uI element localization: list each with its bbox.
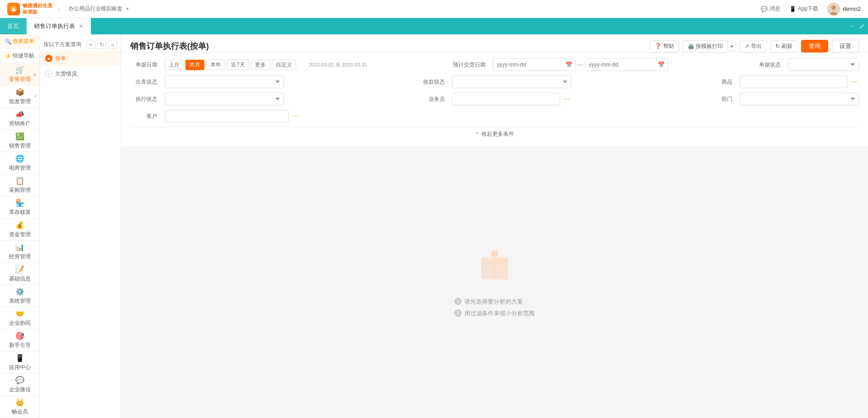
sidebar-item-marketing[interactable]: 📣 营销推广 (0, 108, 39, 129)
membership-icon: 👑 (15, 398, 24, 407)
message-action[interactable]: 💬 消息 (761, 5, 780, 13)
sidebar-item-finance[interactable]: 💰 资金管理 (0, 218, 39, 240)
tip-2-num: 2 (454, 309, 462, 317)
avatar (827, 3, 840, 15)
sidebar-item-enterprise[interactable]: 🤝 企业协同 (0, 307, 39, 329)
delivery-status-select[interactable] (165, 76, 284, 88)
svg-point-3 (831, 5, 836, 10)
sidebar-item-appstore[interactable]: 📱 应用中心 (0, 352, 39, 373)
inner-content: 按以下方案查询 + ↻ « ● 按单 ○ 欠货情况 (40, 34, 868, 418)
query-btn[interactable]: 查询 (801, 40, 828, 52)
salesperson-dots-btn[interactable]: ··· (562, 95, 571, 103)
header-right: 💬 消息 📱 App下载 demo2 (761, 3, 861, 15)
department-label: 部门 (705, 95, 732, 103)
collapse-filter-btn[interactable]: ⌃ 收起更多条件 (130, 127, 859, 141)
newbie-icon: 🎯 (15, 332, 24, 340)
sidebar-item-operations[interactable]: 📊 经营管理 (0, 241, 39, 262)
wechat-icon: 💬 (15, 376, 24, 385)
username-label: demo2 (843, 5, 861, 12)
sidebar-item-ecommerce[interactable]: 🌐 电商管理 (0, 152, 39, 174)
empty-tips-list: 1 请先选择要分析的方案 2 用过滤条件来缩小分析范围 (454, 298, 535, 321)
expected-delivery-start-input[interactable] (493, 58, 576, 71)
goods-input[interactable] (740, 76, 848, 88)
export-btn[interactable]: ↗ 导出 (740, 40, 767, 52)
order-date-label: 单据日期 (130, 61, 157, 69)
sidebar-section-marketing: 📣 营销推广 (0, 108, 39, 130)
sidebar-section-ecommerce: 🌐 电商管理 (0, 152, 39, 174)
tab-minimize-icon[interactable]: － (849, 22, 855, 30)
expected-delivery-end-input[interactable] (585, 58, 668, 71)
page-header: 销售订单执行表(按单) ❓ 帮助 🖨️ 按模板打印 ▾ ↗ (121, 34, 868, 53)
tip-2-text: 用过滤条件来缩小分析范围 (464, 309, 535, 318)
more-btn[interactable]: 更多 (251, 60, 270, 70)
sidebar-item-sales[interactable]: 💹 销售管理 (0, 130, 39, 152)
left-panel-item-debt[interactable]: ○ 欠货情况 (40, 66, 121, 81)
empty-tip-2: 2 用过滤条件来缩小分析范围 (454, 309, 535, 318)
sidebar-section-newbie: 🎯 新手引导 (0, 329, 39, 352)
sidebar: 🔍 搜索菜单 ⚡ 快捷导航 🛒 零售管理 ▲ 📦 批发管理 ▾ 📣 营销 (0, 34, 40, 418)
left-panel-refresh-btn[interactable]: ↻ (97, 40, 106, 49)
department-select[interactable] (740, 93, 859, 105)
goods-dots-btn[interactable]: ··· (849, 78, 859, 86)
order-status-label: 单据状态 (754, 61, 781, 69)
sidebar-section-wholesale: 📦 批发管理 ▾ (0, 86, 39, 108)
sidebar-section-enterprise: 🤝 企业协同 (0, 307, 39, 329)
left-panel-title: 按以下方案查询 (43, 41, 85, 48)
left-panel-collapse-btn[interactable]: « (108, 40, 117, 49)
tab-sales-order-exec[interactable]: 销售订单执行表 ✕ (27, 18, 91, 34)
salesperson-input[interactable] (452, 93, 560, 105)
department-wrap (740, 93, 859, 105)
left-panel-add-btn[interactable]: + (86, 40, 95, 49)
logo-text: 畅捷通好生意 标准版 (23, 3, 52, 14)
this-month-btn[interactable]: 本月 (185, 60, 204, 70)
retail-icon: 🛒 (15, 66, 24, 74)
sidebar-quick-nav[interactable]: ⚡ 快捷导航 (0, 49, 39, 63)
custom-btn[interactable]: 自定义 (272, 60, 296, 70)
payment-status-select[interactable] (452, 76, 571, 88)
template-print-btn[interactable]: 🖨️ 按模板打印 (683, 40, 727, 52)
sidebar-item-wechat[interactable]: 💬 企业微信 (0, 374, 39, 395)
quicknav-icon: ⚡ (5, 53, 12, 59)
sidebar-item-purchase[interactable]: 📋 采购管理 (0, 174, 39, 196)
sidebar-item-wholesale[interactable]: 📦 批发管理 ▾ (0, 86, 39, 107)
tab-home[interactable]: 首页 (0, 18, 27, 34)
template-print-dropdown-btn[interactable]: ▾ (727, 42, 736, 51)
order-status-select[interactable] (788, 58, 859, 71)
sidebar-search[interactable]: 🔍 搜索菜单 (0, 34, 39, 49)
user-avatar-area[interactable]: demo2 (827, 3, 861, 15)
last-7-days-btn[interactable]: 近7天 (227, 60, 249, 70)
customer-dots-btn[interactable]: ··· (291, 112, 300, 120)
customer-wrap: ··· (165, 110, 300, 123)
sidebar-section-sales: 💹 销售管理 (0, 130, 39, 152)
sidebar-item-retail[interactable]: 🛒 零售管理 ▲ (0, 63, 39, 85)
customer-input[interactable] (165, 110, 289, 123)
filter-row-1: 单据日期 上月 本月 本年 近7天 更多 自定义 2023-03-01 至 20… (130, 58, 859, 71)
app-industry-title[interactable]: 办公用品行业模拟账套 (68, 5, 123, 13)
expected-delivery-label: 预计交货日期 (453, 61, 486, 69)
sidebar-item-inventory[interactable]: 🏪 库存核算 (0, 196, 39, 218)
sidebar-item-newbie[interactable]: 🎯 新手引导 (0, 329, 39, 351)
sidebar-section-membership: 👑 畅会员 (0, 396, 39, 418)
tab-close-icon[interactable]: ✕ (79, 23, 83, 29)
refresh-btn[interactable]: ↻ 刷新 (770, 40, 797, 52)
logo-icon: 畅 (7, 3, 20, 15)
help-btn[interactable]: ❓ 帮助 (650, 40, 679, 52)
this-year-btn[interactable]: 本年 (206, 60, 225, 70)
logo-area[interactable]: 畅 畅捷通好生意 标准版 (7, 3, 52, 15)
sidebar-item-basicinfo[interactable]: 📝 基础信息 (0, 263, 39, 285)
sidebar-item-system[interactable]: ⚙️ 系统管理 (0, 285, 39, 307)
sidebar-section-retail: 🛒 零售管理 ▲ (0, 63, 39, 86)
filter-area: 单据日期 上月 本月 本年 近7天 更多 自定义 2023-03-01 至 20… (121, 53, 868, 146)
main-layout: 🔍 搜索菜单 ⚡ 快捷导航 🛒 零售管理 ▲ 📦 批发管理 ▾ 📣 营销 (0, 34, 868, 418)
filter-row-2: 出库状态 收款状态 商品 (130, 76, 859, 88)
app-download-action[interactable]: 📱 App下载 (789, 5, 818, 13)
print-icon: 🖨️ (688, 43, 694, 49)
execution-status-select[interactable] (165, 93, 284, 105)
left-panel-item-order[interactable]: ● 按单 (40, 51, 121, 66)
last-month-btn[interactable]: 上月 (165, 60, 184, 70)
tab-maximize-icon[interactable]: ⤢ (859, 23, 864, 30)
settings-btn[interactable]: 设置 (832, 40, 859, 52)
industry-dropdown-icon[interactable]: ▾ (126, 6, 129, 12)
retail-expand-icon: ▲ (33, 72, 37, 76)
sidebar-item-membership[interactable]: 👑 畅会员 (0, 396, 39, 418)
